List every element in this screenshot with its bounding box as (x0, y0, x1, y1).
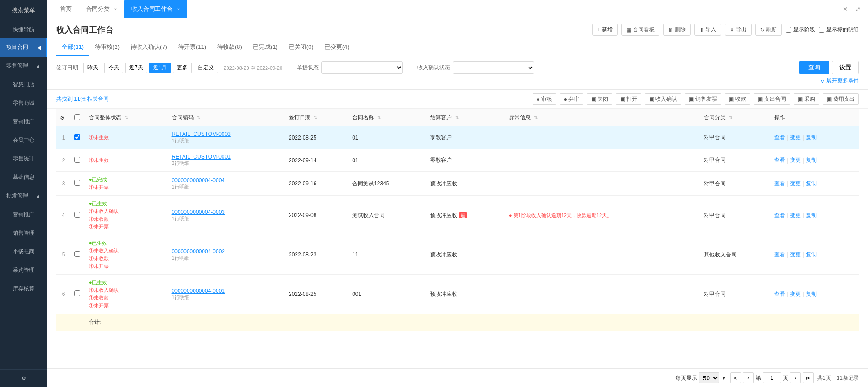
sidebar-item-online-store[interactable]: 零售商城 (0, 94, 47, 112)
row-select[interactable] (74, 251, 80, 257)
sidebar-item-project[interactable]: 项目合同 ◀ (0, 38, 47, 57)
sidebar-item-purchase[interactable]: 采购管理 (0, 261, 47, 280)
query-button[interactable]: 查询 (799, 61, 829, 74)
filter-tab-pending-income[interactable]: 待收入确认(7) (125, 39, 173, 56)
op-复制[interactable]: 复制 (806, 180, 817, 188)
sidebar-item-member[interactable]: 会员中心 (0, 131, 47, 150)
contract-code-link[interactable]: RETAIL_CUSTOM-0003 (172, 131, 231, 137)
prev-page-btn[interactable]: ‹ (743, 372, 754, 383)
tab-home[interactable]: 首页 (53, 0, 79, 18)
error-info-sort[interactable]: ⇅ (534, 115, 538, 120)
row-select[interactable] (74, 180, 80, 186)
contract-code-link[interactable]: 0000000000004-0004 (172, 177, 225, 184)
date-custom[interactable]: 自定义 (194, 63, 218, 73)
contract-code-link[interactable]: 0000000000004-0003 (172, 209, 225, 215)
contract-code-link[interactable]: 0000000000004-0001 (172, 288, 225, 294)
per-page-select[interactable]: 50 (699, 372, 719, 383)
op-复制[interactable]: 复制 (806, 290, 817, 298)
op-复制[interactable]: 复制 (806, 251, 817, 259)
op-变更[interactable]: 变更 (790, 180, 801, 188)
income-confirm-btn[interactable]: ▣ 收入确认 (645, 93, 681, 105)
sidebar-settings[interactable]: ⚙ (0, 369, 47, 387)
op-查看[interactable]: 查看 (774, 134, 785, 141)
filter-tab-pending-invoice[interactable]: 待开票(11) (173, 39, 212, 56)
tab-income-workbench[interactable]: 收入合同工作台 × (124, 0, 187, 18)
op-复制[interactable]: 复制 (806, 134, 817, 141)
sidebar-item-sales[interactable]: 销售管理 (0, 224, 47, 242)
op-变更[interactable]: 变更 (790, 134, 801, 141)
tab-contract-category[interactable]: 合同分类 × (79, 0, 124, 18)
first-page-btn[interactable]: ⊲ (730, 372, 741, 383)
sidebar-item-smart-store[interactable]: 智慧门店 (0, 75, 47, 94)
op-变更[interactable]: 变更 (790, 156, 801, 164)
contract-category-sort[interactable]: ⇅ (729, 115, 732, 120)
select-all-checkbox[interactable] (74, 114, 80, 120)
collection-btn[interactable]: ▣ 收款 (725, 93, 750, 105)
op-查看[interactable]: 查看 (774, 251, 785, 259)
sidebar-item-inventory[interactable]: 库存核算 (0, 280, 47, 298)
sales-invoice-btn[interactable]: ▣ 销售发票 (685, 93, 721, 105)
contract-code-link[interactable]: RETAIL_CUSTOM-0001 (172, 154, 231, 160)
abandon-btn[interactable]: ● 弃审 (560, 93, 583, 105)
show-detail-checkbox[interactable] (819, 27, 824, 33)
expense-out-btn[interactable]: ▣ 费用支出 (823, 93, 859, 105)
purchase-btn[interactable]: ▣ 采购 (794, 93, 819, 105)
kanban-button[interactable]: ▦ 合同看板 (621, 24, 659, 36)
row-select[interactable] (74, 134, 80, 140)
date-last7[interactable]: 近7天 (125, 63, 147, 73)
expand-filters-btn[interactable]: ∨ 展开更多条件 (820, 77, 859, 85)
sidebar-item-wholesale[interactable]: 批发管理 ▲ (0, 187, 47, 205)
op-变更[interactable]: 变更 (790, 212, 801, 219)
date-today[interactable]: 今天 (104, 63, 123, 73)
refresh-button[interactable]: ↻ 刷新 (755, 24, 782, 36)
filter-tab-changed[interactable]: 已变更(4) (319, 39, 355, 56)
show-stages-checkbox[interactable] (786, 27, 791, 33)
page-number-input[interactable] (763, 372, 781, 383)
sidebar-item-stats[interactable]: 零售统计 (0, 150, 47, 168)
add-button[interactable]: + 新增 (592, 24, 618, 36)
export-button[interactable]: ⬇ 导出 (725, 24, 752, 36)
op-变更[interactable]: 变更 (790, 290, 801, 298)
import-button[interactable]: ⬆ 导入 (694, 24, 721, 36)
tab-close-contract-category[interactable]: × (114, 6, 117, 12)
sidebar-nav[interactable]: 快捷导航 (0, 21, 47, 38)
doc-status-select[interactable] (321, 61, 403, 74)
op-复制[interactable]: 复制 (806, 212, 817, 219)
op-查看[interactable]: 查看 (774, 180, 785, 188)
sidebar-item-marketing[interactable]: 营销推广 (0, 112, 47, 131)
filter-tab-all[interactable]: 全部(11) (56, 39, 89, 56)
show-detail-checkbox-label[interactable]: 显示标的明细 (819, 26, 859, 34)
filter-tab-closed[interactable]: 已关闭(0) (283, 39, 319, 56)
row-select[interactable] (74, 157, 80, 163)
sidebar-item-base[interactable]: 基础信息 (0, 168, 47, 187)
sidebar-item-ecom[interactable]: 小畅电商 (0, 242, 47, 261)
filter-tab-pending-review[interactable]: 待审核(2) (89, 39, 125, 56)
contract-code-link[interactable]: 0000000000004-0002 (172, 248, 225, 255)
close-btn[interactable]: ▣ 关闭 (587, 93, 612, 105)
next-page-btn[interactable]: › (790, 372, 801, 383)
contract-code-sort[interactable]: ⇅ (197, 115, 200, 120)
out-contract-btn[interactable]: ▣ 支出合同 (754, 93, 790, 105)
delete-button[interactable]: 🗑 删除 (663, 24, 691, 36)
sidebar-item-mkt2[interactable]: 营销推广 (0, 205, 47, 224)
op-变更[interactable]: 变更 (790, 251, 801, 259)
filter-tab-pending-collection[interactable]: 待收款(8) (212, 39, 247, 56)
sidebar-item-retail[interactable]: 零售管理 ▲ (0, 57, 47, 75)
last-page-btn[interactable]: ⊳ (803, 372, 814, 383)
sidebar-search[interactable]: 搜索菜单 (0, 0, 47, 21)
show-stages-checkbox-label[interactable]: 显示阶段 (786, 26, 815, 34)
review-btn[interactable]: ● 审核 (533, 93, 556, 105)
sign-date-sort[interactable]: ⇅ (314, 115, 317, 120)
date-more[interactable]: 更多 (173, 63, 192, 73)
filter-setting-button[interactable]: 设置 (832, 61, 859, 74)
filter-tab-completed[interactable]: 已完成(1) (247, 39, 283, 56)
tab-close-btn[interactable]: ✕ (841, 5, 850, 14)
income-confirm-select[interactable] (453, 61, 534, 74)
op-查看[interactable]: 查看 (774, 212, 785, 219)
settlement-customer-sort[interactable]: ⇅ (455, 115, 459, 120)
row-select[interactable] (74, 290, 80, 296)
tab-close-income-workbench[interactable]: × (177, 6, 180, 12)
op-复制[interactable]: 复制 (806, 156, 817, 164)
tab-expand-btn[interactable]: ⤢ (853, 5, 863, 14)
contract-name-sort[interactable]: ⇅ (377, 115, 381, 120)
